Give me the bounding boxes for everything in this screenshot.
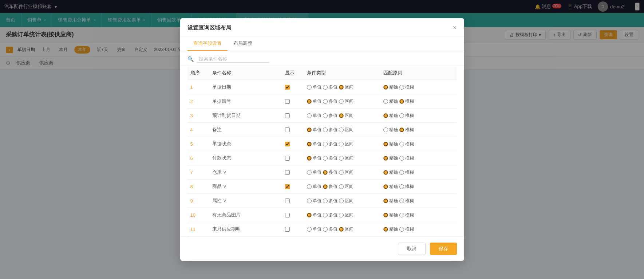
- modal-tab-layout-adjust[interactable]: 布局调整: [228, 36, 258, 51]
- col-match-rule: 匹配原则: [380, 66, 457, 70]
- modal-close-button[interactable]: ×: [453, 24, 457, 32]
- modal-tab-field-settings-label: 查询字段设置: [193, 40, 222, 46]
- search-icon: 🔍: [187, 56, 194, 62]
- modal-overlay: 设置查询区域布局 × 查询字段设置 布局调整 🔍 顺序 条件名称 显示 条件类型: [0, 0, 644, 70]
- col-display: 显示: [282, 66, 304, 70]
- modal-header: 设置查询区域布局 ×: [180, 18, 464, 36]
- modal-tab-layout-adjust-label: 布局调整: [233, 40, 252, 46]
- modal-dialog: 设置查询区域布局 × 查询字段设置 布局调整 🔍 顺序 条件名称 显示 条件类型: [180, 18, 464, 70]
- modal-title: 设置查询区域布局: [187, 24, 231, 31]
- col-condition-type: 条件类型: [304, 66, 380, 70]
- table-header: 顺序 条件名称 显示 条件类型 匹配原则: [187, 66, 457, 70]
- modal-table: 顺序 条件名称 显示 条件类型 匹配原则 1单据日期单值多值区间精确模糊2单据编…: [180, 66, 464, 70]
- modal-tabs: 查询字段设置 布局调整: [180, 36, 464, 51]
- col-name: 条件名称: [209, 66, 282, 70]
- modal-search-area: 🔍: [180, 51, 464, 66]
- col-order: 顺序: [187, 66, 209, 70]
- modal-tab-field-settings[interactable]: 查询字段设置: [187, 36, 228, 51]
- search-input[interactable]: [197, 55, 269, 63]
